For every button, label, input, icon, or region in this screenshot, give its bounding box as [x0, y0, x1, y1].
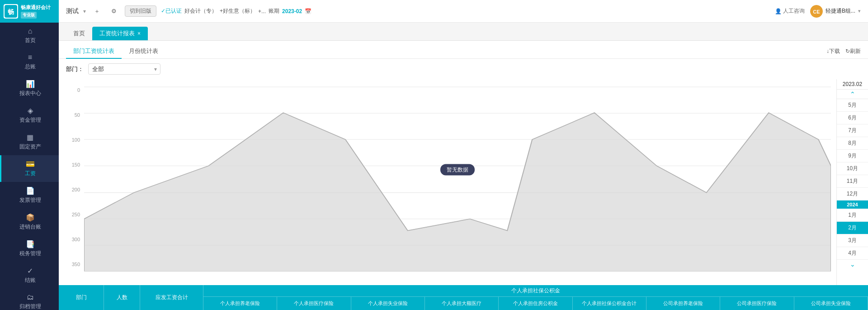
- th-count: 人数: [104, 285, 140, 310]
- sidebar: 畅 畅康通好会计 专业版 ⌂ 首页 ≡ 总账 📊 报表中心 ◈ 资金管理 ▦ 固…: [0, 0, 59, 310]
- settle-icon: ✓: [27, 267, 33, 275]
- th-group-personal: 个人承担社保公积金 个人承担养老保险 个人承担医疗保险 个人承担失业保险 个人承…: [203, 285, 868, 310]
- th-dept: 部门: [59, 285, 104, 310]
- date-panel-months-2024: 1月 2月 3月 4月: [837, 209, 868, 260]
- sidebar-item-label: 结账: [25, 277, 36, 284]
- sidebar-item-label: 归档管理: [19, 303, 41, 310]
- calendar-icon[interactable]: 📅: [305, 8, 311, 14]
- ledger-icon: ≡: [28, 53, 32, 62]
- sidebar-item-report[interactable]: 📊 报表中心: [0, 75, 59, 102]
- logo-title: 畅康通好会计: [21, 4, 51, 11]
- sidebar-item-home[interactable]: ⌂ 首页: [0, 23, 59, 49]
- filter-bar: 部门： 全部: [59, 59, 868, 79]
- avatar: CE: [810, 5, 823, 18]
- month-item-11[interactable]: 11月: [837, 175, 868, 188]
- sidebar-item-settle[interactable]: ✓ 结账: [0, 262, 59, 289]
- date-year-display[interactable]: 2023.02: [837, 79, 868, 90]
- y-axis-labels: 350 300 250 200 150 100 50 0: [66, 87, 82, 267]
- archive-icon: 🗂: [27, 293, 34, 301]
- sub-tabs-left: 部门工资统计表 月份统计表: [66, 44, 165, 58]
- period-label: 账期: [269, 7, 279, 15]
- sidebar-item-label: 总账: [25, 63, 36, 71]
- consult-btn[interactable]: 👤 人工咨询: [775, 7, 805, 15]
- topbar-right: 👤 人工咨询 CE 轻捷通B组... ▾: [775, 5, 861, 18]
- sub-tab-department[interactable]: 部门工资统计表: [66, 44, 122, 59]
- month-item-12[interactable]: 12月: [837, 188, 868, 200]
- th-total-salary: 应发工资合计: [140, 285, 203, 310]
- month-item-10[interactable]: 10月: [837, 162, 868, 175]
- user-info[interactable]: CE 轻捷通B组... ▾: [810, 5, 861, 18]
- th-personal-big-medical: 个人承担大额医疗: [425, 297, 499, 310]
- user-name: 轻捷通B组...: [826, 7, 855, 15]
- month-item-2024-2[interactable]: 2月: [837, 222, 868, 234]
- dept-select[interactable]: 全部: [88, 63, 160, 75]
- topbar-badges: ✓已认证 好会计（专） +好生意（标） +... 账期 2023-02 📅: [161, 7, 311, 15]
- topbar-add-btn[interactable]: ＋: [90, 5, 103, 18]
- month-item-2024-4[interactable]: 4月: [837, 247, 868, 260]
- main-area: 测试 ▾ ＋ ⚙ 切到旧版 ✓已认证 好会计（专） +好生意（标） +... 账…: [59, 0, 868, 310]
- refresh-btn[interactable]: ↻刷新: [845, 48, 861, 55]
- tax-icon: 📑: [26, 240, 35, 248]
- home-icon: ⌂: [28, 27, 33, 35]
- topbar-dropdown-arrow[interactable]: ▾: [83, 8, 86, 14]
- sub-tab-monthly[interactable]: 月份统计表: [122, 44, 165, 59]
- certified-badge: ✓已认证: [161, 7, 182, 15]
- tab-bar: 首页 工资统计报表 ×: [59, 23, 868, 41]
- date-panel-nav-down: ⌄: [837, 260, 868, 269]
- date-nav-down-btn[interactable]: ⌄: [850, 261, 855, 268]
- tab-salary-report[interactable]: 工资统计报表 ×: [92, 27, 148, 40]
- salary-icon: 💳: [26, 160, 35, 168]
- th-personal-medical: 个人承担医疗保险: [277, 297, 351, 310]
- sidebar-item-label: 税务管理: [19, 250, 41, 258]
- assets-icon: ▦: [27, 133, 33, 142]
- month-item-9[interactable]: 9月: [837, 150, 868, 162]
- month-item-6[interactable]: 6月: [837, 112, 868, 124]
- chart-date-row: 350 300 250 200 150 100 50 0: [59, 79, 868, 285]
- th-personal-housing: 个人承担住房公积金: [499, 297, 572, 310]
- month-item-7[interactable]: 7月: [837, 124, 868, 137]
- date-panel: 2023.02 ⌃ 5月 6月 7月 8月 9月 10月 11月 12月 202…: [836, 79, 868, 285]
- logo-icon: 畅: [4, 4, 18, 19]
- tab-close-btn[interactable]: ×: [137, 30, 141, 37]
- sidebar-item-invoice[interactable]: 📄 发票管理: [0, 182, 59, 209]
- year-2024-label: 2024: [837, 200, 868, 209]
- chart-area: 350 300 250 200 150 100 50 0: [59, 79, 836, 285]
- sidebar-item-ledger[interactable]: ≡ 总账: [0, 49, 59, 75]
- th-personal-pension: 个人承担养老保险: [203, 297, 277, 310]
- sidebar-item-tax[interactable]: 📑 税务管理: [0, 235, 59, 262]
- sidebar-item-sales[interactable]: 📦 进销台账: [0, 209, 59, 235]
- sidebar-item-archive[interactable]: 🗂 归档管理: [0, 289, 59, 310]
- switch-old-btn[interactable]: 切到旧版: [125, 5, 156, 17]
- th-company-pension: 公司承担养老保险: [646, 297, 720, 310]
- th-group-cells: 个人承担养老保险 个人承担医疗保险 个人承担失业保险 个人承担大额医疗 个人承担…: [203, 297, 868, 310]
- tab-home[interactable]: 首页: [66, 27, 92, 40]
- sidebar-item-fund[interactable]: ◈ 资金管理: [0, 102, 59, 129]
- x-axis-line: [84, 271, 831, 272]
- user-dropdown-arrow: ▾: [858, 8, 861, 14]
- sidebar-item-assets[interactable]: ▦ 固定资产: [0, 129, 59, 155]
- tab-salary-label: 工资统计报表: [99, 29, 135, 38]
- th-company-medical: 公司承担医疗保险: [720, 297, 794, 310]
- month-item-5[interactable]: 5月: [837, 99, 868, 112]
- dept-filter-label: 部门：: [66, 65, 84, 73]
- sidebar-item-label: 工资: [25, 170, 36, 177]
- content-area: 部门工资统计表 月份统计表 ↓下载 ↻刷新 部门： 全部: [59, 41, 868, 310]
- download-btn[interactable]: ↓下载: [826, 48, 840, 55]
- dept-select-wrapper: 全部: [88, 63, 160, 75]
- sidebar-item-label: 进销台账: [19, 223, 41, 231]
- sidebar-item-label: 固定资产: [19, 143, 41, 151]
- sub-tabs-right: ↓下载 ↻刷新: [826, 48, 861, 55]
- topbar-settings-btn[interactable]: ⚙: [108, 5, 120, 18]
- date-nav-up-btn[interactable]: ⌃: [850, 91, 855, 98]
- chart-container: 350 300 250 200 150 100 50 0: [66, 83, 833, 285]
- good-business-badge: +好生意（标）: [220, 7, 255, 15]
- month-item-2024-3[interactable]: 3月: [837, 234, 868, 247]
- sidebar-item-salary[interactable]: 💳 工资: [0, 155, 59, 182]
- month-item-2024-1[interactable]: 1月: [837, 209, 868, 222]
- th-group-label: 个人承担社保公积金: [203, 285, 868, 297]
- month-item-8[interactable]: 8月: [837, 137, 868, 150]
- sidebar-nav: ⌂ 首页 ≡ 总账 📊 报表中心 ◈ 资金管理 ▦ 固定资产 💳 工资 📄 发票…: [0, 23, 59, 310]
- sidebar-item-label: 发票管理: [19, 196, 41, 204]
- sales-icon: 📦: [26, 213, 35, 222]
- sidebar-item-label: 首页: [25, 37, 36, 44]
